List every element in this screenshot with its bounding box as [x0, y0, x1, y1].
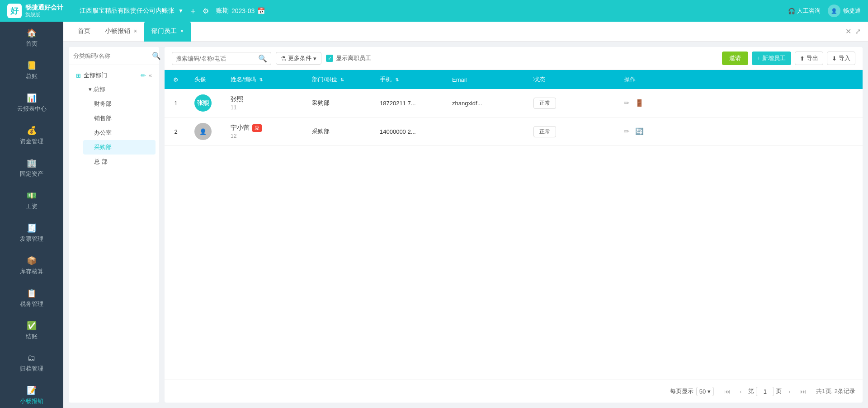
app-sub: 旗舰版	[25, 11, 63, 18]
user-avatar: 👤	[828, 5, 840, 17]
sidebar-item-close[interactable]: ✅ 结账	[0, 314, 63, 347]
dept-group-root: ▾ 总部 财务部 销售部 办公室 采购部 总 部	[72, 82, 156, 169]
show-resigned-checkbox[interactable]: ✓	[326, 55, 333, 62]
invite-button[interactable]: 邀请	[722, 52, 748, 65]
col-phone[interactable]: 手机 ⇅	[373, 70, 445, 89]
page-size-selector: 每页显示 50 ▾	[670, 387, 714, 396]
tabs-bar: 首页 小畅报销 × 部门员工 × ✕ ⤢	[63, 22, 868, 42]
row2-status-badge: 正常	[533, 126, 556, 137]
tab-dept-employee[interactable]: 部门员工 ×	[144, 22, 191, 42]
row2-name-cell: 宁小蕾 应 12	[223, 117, 305, 146]
show-resigned-label: 显示离职员工	[336, 54, 371, 62]
sidebar-item-funds[interactable]: 💰 资金管理	[0, 119, 63, 152]
row2-actions-cell: ✏ 🔄	[617, 117, 863, 146]
tab-expense-label: 小畅报销	[105, 27, 130, 35]
pagination: 每页显示 50 ▾ ⏮ ‹ 第 页 › ⏭	[165, 380, 863, 403]
tab-expense-close[interactable]: ×	[134, 28, 137, 34]
last-page-button[interactable]: ⏭	[797, 385, 809, 397]
row2-edit-icon[interactable]: ✏	[624, 127, 630, 136]
sidebar-item-salary[interactable]: 💵 工资	[0, 184, 63, 217]
next-page-button[interactable]: ›	[783, 385, 795, 397]
row2-code: 12	[231, 133, 297, 139]
import-button[interactable]: ⬇ 导入	[827, 52, 855, 65]
import-icon: ⬇	[832, 55, 837, 62]
sidebar-item-tax[interactable]: 📋 税务管理	[0, 282, 63, 314]
all-dept-header[interactable]: ⊞ 全部部门 ✏ «	[72, 69, 156, 82]
col-dept[interactable]: 部门/职位 ⇅	[305, 70, 373, 89]
employee-search-icon[interactable]: 🔍	[258, 54, 267, 63]
row2-email	[445, 117, 526, 146]
dept-node-general[interactable]: 总 部	[83, 155, 156, 169]
close-tab-icon[interactable]: ✕	[845, 27, 851, 36]
calendar-icon[interactable]: 📅	[257, 7, 265, 14]
main-layout: 🏠 首页 📒 总账 📊 云报表中心 💰 资金管理 🏢 固定资产 💵 工资 🧾 发…	[0, 22, 868, 408]
sidebar-item-expense[interactable]: 📝 小畅报销	[0, 379, 63, 408]
sidebar-item-reports[interactable]: 📊 云报表中心	[0, 87, 63, 119]
salary-icon: 💵	[27, 191, 37, 201]
sidebar-label-reports: 云报表中心	[17, 105, 47, 113]
dept-collapse-icon[interactable]: «	[149, 72, 152, 79]
sidebar-item-inventory[interactable]: 📦 库存核算	[0, 249, 63, 282]
dept-node-headquarters[interactable]: ▾ 总部	[78, 82, 156, 97]
tab-dept-close[interactable]: ×	[180, 28, 184, 34]
row1-dept: 采购部	[305, 89, 373, 117]
settings-icon[interactable]: ⚙	[203, 7, 209, 15]
sidebar-item-invoice[interactable]: 🧾 发票管理	[0, 217, 63, 249]
sidebar-item-assets[interactable]: 🏢 固定资产	[0, 152, 63, 184]
page-size-select-box[interactable]: 50 ▾	[696, 387, 714, 396]
sidebar-label-tax: 税务管理	[20, 300, 43, 308]
tax-icon: 📋	[27, 288, 37, 298]
service-button[interactable]: 🎧 人工咨询	[788, 7, 821, 15]
col-email: Email	[445, 70, 526, 89]
import-label: 导入	[839, 54, 850, 62]
period-label: 账期	[216, 7, 229, 15]
first-page-button[interactable]: ⏮	[721, 385, 733, 397]
prev-page-button[interactable]: ‹	[735, 385, 746, 397]
employee-panel: 🔍 ⚗ 更多条件 ▾ ✓ 显示离职员工 邀请 + 新增员工	[165, 47, 863, 403]
export-button[interactable]: ⬆ 导出	[795, 52, 823, 65]
row2-refresh-icon[interactable]: 🔄	[635, 127, 644, 136]
period-selector[interactable]: 账期 2023-03 📅	[216, 7, 265, 15]
top-header: 好 畅捷通好会计 旗舰版 江西服宝精品有限责任公司内账张 ▼ ＋ ⚙ 账期 20…	[0, 0, 868, 22]
row1-delete-icon[interactable]: 🚪	[635, 99, 644, 107]
filter-button[interactable]: ⚗ 更多条件 ▾	[276, 52, 321, 65]
tab-expense[interactable]: 小畅报销 ×	[98, 22, 144, 42]
app-name: 畅捷通好会计	[25, 4, 63, 11]
tab-home[interactable]: 首页	[71, 22, 98, 42]
add-company-icon[interactable]: ＋	[189, 5, 197, 16]
filter-dropdown-icon: ▾	[313, 55, 316, 62]
col-status: 状态	[526, 70, 617, 89]
expand-tab-icon[interactable]: ⤢	[855, 27, 861, 36]
sidebar-label-expense: 小畅报销	[20, 397, 43, 405]
dept-node-finance[interactable]: 财务部	[83, 97, 156, 111]
page-number-input[interactable]	[756, 387, 774, 396]
content-area: 首页 小畅报销 × 部门员工 × ✕ ⤢ 🔍	[63, 22, 868, 408]
expense-icon: 📝	[27, 385, 37, 395]
dept-search-input[interactable]	[73, 52, 149, 59]
row1-edit-icon[interactable]: ✏	[624, 99, 630, 107]
employee-table: ⚙ 头像 姓名/编码 ⇅ 部门/职位 ⇅ 手机 ⇅ Email 状态 操作	[165, 70, 863, 380]
company-dropdown-icon[interactable]: ▼	[178, 8, 184, 14]
sidebar-item-home[interactable]: 🏠 首页	[0, 22, 63, 54]
page-suffix: 页	[776, 387, 782, 395]
dept-search-icon[interactable]: 🔍	[152, 52, 161, 60]
inventory-icon: 📦	[27, 256, 37, 266]
dept-node-sales[interactable]: 销售部	[83, 111, 156, 126]
table-row: 2 👤 宁小蕾 应	[165, 117, 863, 146]
dept-node-purchasing[interactable]: 采购部	[83, 140, 156, 155]
page-size-label: 每页显示	[670, 387, 693, 395]
table-row: 1 张熙 张熙 11 采购部	[165, 89, 863, 117]
user-menu[interactable]: 👤 畅捷通	[828, 5, 861, 17]
dept-edit-icon[interactable]: ✏	[141, 72, 146, 79]
add-employee-button[interactable]: + 新增员工	[752, 52, 791, 65]
dept-node-office[interactable]: 办公室	[83, 126, 156, 140]
service-label: 人工咨询	[797, 7, 821, 15]
employee-search-input[interactable]	[176, 55, 255, 62]
col-settings[interactable]: ⚙	[165, 70, 187, 89]
sidebar-item-archive[interactable]: 🗂 归档管理	[0, 347, 63, 379]
company-selector[interactable]: 江西服宝精品有限责任公司内账张 ▼	[80, 7, 184, 15]
row2-status-cell: 正常	[526, 117, 617, 146]
col-name[interactable]: 姓名/编码 ⇅	[223, 70, 305, 89]
sidebar-item-ledger[interactable]: 📒 总账	[0, 54, 63, 87]
show-resigned-toggle[interactable]: ✓ 显示离职员工	[326, 54, 371, 62]
